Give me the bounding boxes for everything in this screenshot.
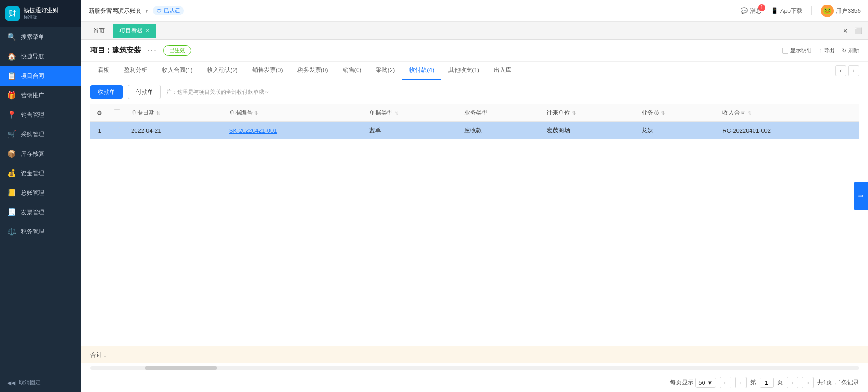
refresh-button[interactable]: ↻ 刷新 [842,47,859,54]
collection-tab-button[interactable]: 收款单 [90,85,123,99]
message-icon: 💬 [741,7,748,14]
page-size-value: 50 [698,379,705,386]
first-page-button[interactable]: « [720,377,731,388]
tab-close-icon[interactable]: ✕ [146,28,150,33]
subtab-inout-label: 出入库 [494,67,511,73]
last-page-button[interactable]: » [802,377,814,388]
page-end-label: 页 [777,378,783,387]
sidebar-item-fund-mgmt[interactable]: 💰 资金管理 [0,163,81,183]
subtab-inout[interactable]: 出入库 [486,62,519,80]
filterbar: 收款单 付款单 注：这里是与项目关联的全部收付款单哦～ [81,80,868,104]
subtabs-nav: ‹ › [835,65,859,76]
sidebar-item-invoice-mgmt[interactable]: 🧾 发票管理 [0,202,81,222]
sort-icon: ⇅ [395,110,398,115]
sort-icon: ⇅ [254,110,258,115]
payment-tab-button[interactable]: 付款单 [128,85,161,99]
sidebar-unpin[interactable]: ◀◀ 取消固定 [0,373,81,392]
subtab-purchase[interactable]: 采购(2) [368,62,402,80]
col-partner[interactable]: 往来单位 ⇅ [541,104,636,122]
project-title: 项目：建筑安装 [90,46,141,55]
prev-page-button[interactable]: ‹ [735,377,747,388]
subtab-income-contract[interactable]: 收入合同(1) [155,62,200,80]
export-button[interactable]: ↑ 导出 [819,47,835,54]
row-checkbox-cell [108,122,126,139]
row-date: 2022-04-21 [126,122,224,139]
col-income-contract[interactable]: 收入合同 ⇅ [717,104,859,122]
sidebar-item-label: 发票管理 [21,208,44,216]
app-download-label: App下载 [780,7,802,15]
sidebar-item-label: 营销推广 [21,91,44,100]
certified-badge: 🛡 已认证 [153,6,184,15]
col-date[interactable]: 单据日期 ⇅ [126,104,224,122]
tab-project-board[interactable]: 项目看板 ✕ [113,24,156,38]
close-button[interactable]: ✕ [841,26,850,35]
next-icon: › [791,379,793,386]
home-icon: 🏠 [7,52,16,61]
table-row[interactable]: 1 2022-04-21 SK-20220421-001 蓝单 应收款 宏茂商场… [90,122,859,139]
subtab-profit[interactable]: 盈利分析 [117,62,155,80]
main-area: 新服务官网演示账套 ▼ 🛡 已认证 💬 消息 1 📱 App下载 🐸 用户335… [81,0,868,392]
subtab-collection-label: 收付款(4) [409,67,434,73]
subtab-collection[interactable]: 收付款(4) [402,62,441,80]
row-salesman: 龙妹 [636,122,717,139]
topbar: 新服务官网演示账套 ▼ 🛡 已认证 💬 消息 1 📱 App下载 🐸 用户335… [81,0,868,22]
page-input[interactable] [760,378,774,388]
next-page-button[interactable]: › [787,377,798,388]
maximize-button[interactable]: ⬜ [854,26,863,35]
subtab-sales-invoice[interactable]: 销售发票(0) [245,62,290,80]
col-type[interactable]: 单据类型 ⇅ [364,104,459,122]
page-size-select[interactable]: 50 ▼ [695,378,716,388]
subtab-sales[interactable]: 销售(0) [335,62,369,80]
show-detail-toggle[interactable]: 显示明细 [782,47,812,54]
message-button[interactable]: 💬 消息 1 [741,7,762,15]
app-download-button[interactable]: 📱 App下载 [771,7,802,15]
demo-account-selector[interactable]: 新服务官网演示账套 ▼ [89,7,149,15]
sidebar-item-purchase-mgmt[interactable]: 🛒 采购管理 [0,124,81,144]
content-header: 项目：建筑安装 ··· 已生效 显示明细 ↑ 导出 ↻ 刷新 [81,40,868,62]
more-options-button[interactable]: ··· [147,46,157,55]
col-number[interactable]: 单据编号 ⇅ [224,104,364,122]
money-icon: 💰 [7,169,16,177]
sidebar-item-label: 税务管理 [21,228,44,236]
subtab-kanban[interactable]: 看板 [90,62,117,80]
subtab-income-confirm[interactable]: 收入确认(2) [200,62,245,80]
row-number[interactable]: SK-20220421-001 [224,122,364,139]
col-income-contract-label: 收入合同 [722,109,746,116]
row-checkbox[interactable] [114,127,120,133]
scroll-area [81,363,868,373]
row-number-link[interactable]: SK-20220421-001 [229,127,277,134]
col-salesman[interactable]: 业务员 ⇅ [636,104,717,122]
sidebar-item-tax-mgmt[interactable]: ⚖️ 税务管理 [0,222,81,241]
search-icon: 🔍 [7,33,16,41]
row-index: 1 [90,122,108,139]
subtab-next-button[interactable]: › [848,65,859,76]
sidebar-item-project-contract[interactable]: 📋 项目合同 [0,66,81,86]
col-type-label: 单据类型 [369,109,393,116]
sidebar-item-label: 总账管理 [21,189,44,197]
sidebar-item-inventory[interactable]: 📦 库存核算 [0,144,81,163]
col-settings[interactable]: ⚙ [90,104,108,122]
horizontal-scrollbar[interactable] [90,366,859,370]
subtab-other-expense[interactable]: 其他收支(1) [441,62,486,80]
floating-edit-button[interactable]: ✏ [854,182,868,210]
pin-icon: ◀◀ [7,380,15,386]
brand-info: 畅捷通好业财 标准版 [24,7,59,21]
settings-icon: ⚙ [97,110,102,116]
col-date-label: 单据日期 [131,109,155,116]
user-menu[interactable]: 🐸 用户3355 [821,5,861,17]
select-all-checkbox[interactable] [114,109,120,115]
total-label: 合计： [90,351,108,358]
sidebar-item-quick-nav[interactable]: 🏠 快捷导航 [0,47,81,66]
sidebar-menu: 🔍 搜索菜单 🏠 快捷导航 📋 项目合同 🎁 营销推广 📍 销售管理 🛒 采购管… [0,27,81,373]
sidebar-item-search[interactable]: 🔍 搜索菜单 [0,27,81,47]
sidebar-item-marketing[interactable]: 🎁 营销推广 [0,86,81,105]
sidebar-item-sales-mgmt[interactable]: 📍 销售管理 [0,105,81,124]
tab-home[interactable]: 首页 [87,24,111,38]
scrollbar-thumb[interactable] [145,366,217,370]
subtab-prev-button[interactable]: ‹ [835,65,846,76]
subtab-tax-invoice[interactable]: 税务发票(0) [290,62,335,80]
pagination: 每页显示 50 ▼ « ‹ 第 页 › » 共1页，1条记录 [81,373,868,392]
certified-label: 已认证 [164,7,180,14]
sidebar-item-label: 采购管理 [21,130,44,139]
sidebar-item-ledger-mgmt[interactable]: 📒 总账管理 [0,183,81,202]
